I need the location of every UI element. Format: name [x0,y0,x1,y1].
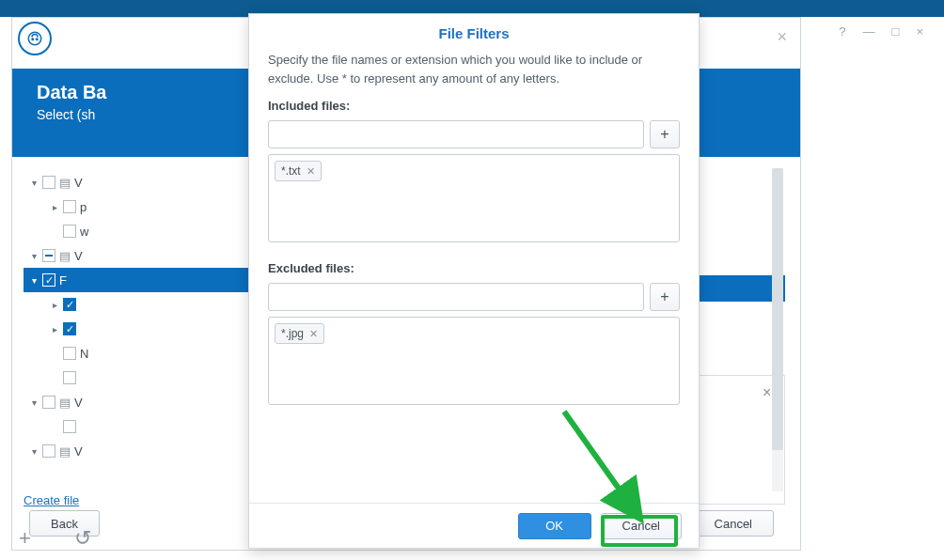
app-logo-icon [18,22,52,55]
caret-icon[interactable]: ▸ [50,202,59,212]
checkbox[interactable] [63,225,76,238]
checkbox[interactable] [42,176,55,189]
tree-item-label: V [74,444,83,459]
plus-icon[interactable]: + [19,526,31,551]
tree-item-label: w [80,225,88,239]
svg-point-1 [32,39,34,40]
volume-icon: ▤ [59,249,71,263]
included-files-input[interactable] [268,120,644,148]
tree-item-label: V [74,249,83,263]
checkbox[interactable] [63,200,76,213]
volume-icon: ▤ [59,176,71,190]
left-rail-icons: + ↺ [19,526,91,551]
ok-button[interactable]: OK [518,513,591,539]
checkbox[interactable]: ✓ [63,322,76,335]
caret-icon[interactable]: ▸ [50,324,59,334]
tree-item-label: N [80,347,88,361]
help-icon[interactable]: ? [839,24,845,39]
dialog-title: File Filters [249,14,699,51]
included-files-chipbox: *.txt✕ [268,154,680,242]
window-system-controls: ? — □ × [839,24,923,39]
caret-icon[interactable]: ▾ [29,446,39,457]
close-icon[interactable]: × [916,24,923,39]
wizard-cancel-button[interactable]: Cancel [693,510,774,537]
excluded-chip: *.jpg✕ [275,323,324,344]
dialog-footer: OK Cancel [249,503,699,548]
tree-item-label: V [74,176,83,190]
checkbox[interactable]: ✓ [63,298,76,311]
tree-item-label: F [59,273,67,288]
minimize-icon[interactable]: — [863,24,875,39]
tree-item-label: V [74,396,83,410]
caret-icon[interactable]: ▾ [29,397,39,408]
cancel-button[interactable]: Cancel [601,513,682,539]
caret-icon[interactable]: ▾ [29,275,39,286]
maximize-icon[interactable]: □ [892,24,900,39]
checkbox[interactable]: ✓ [42,273,55,287]
excluded-files-label: Excluded files: [268,261,680,275]
checkbox[interactable] [63,371,76,384]
excluded-files-chipbox: *.jpg✕ [268,317,680,405]
checkbox[interactable] [42,249,55,262]
create-file-filter-link[interactable]: Create file [24,493,79,507]
checkbox[interactable] [42,444,55,458]
file-filters-dialog: File Filters Specify the file names or e… [248,13,700,549]
selected-panel-close-icon[interactable]: × [763,384,771,401]
caret-icon[interactable]: ▾ [29,178,39,188]
add-excluded-button[interactable]: + [650,283,680,311]
svg-point-2 [37,39,39,40]
caret-icon[interactable]: ▸ [50,300,59,310]
chip-remove-icon[interactable]: ✕ [307,165,315,178]
wizard-close-icon[interactable]: × [777,27,787,47]
dialog-description: Specify the file names or extension whic… [268,51,680,87]
included-chip: *.txt✕ [275,161,322,181]
chip-label: *.txt [281,164,301,178]
tree-item-label: p [80,200,87,214]
add-included-button[interactable]: + [650,120,680,148]
checkbox[interactable] [42,396,55,409]
volume-icon: ▤ [59,444,71,459]
history-icon[interactable]: ↺ [74,526,91,551]
chip-label: *.jpg [281,327,304,340]
chip-remove-icon[interactable]: ✕ [309,328,318,340]
included-files-label: Included files: [268,99,680,113]
checkbox[interactable] [63,420,76,433]
checkbox[interactable] [63,347,76,360]
caret-icon[interactable]: ▾ [29,251,39,261]
volume-icon: ▤ [59,396,71,410]
excluded-files-input[interactable] [268,283,644,311]
